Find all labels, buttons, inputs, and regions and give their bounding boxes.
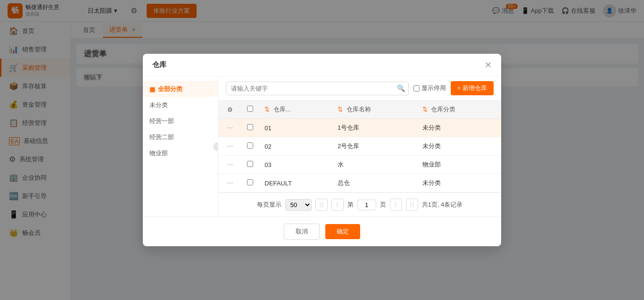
data-table: ⚙ ⇅ 仓库... ⇅ (218, 100, 501, 192)
row-more-button-1[interactable]: ··· (224, 141, 236, 151)
td-code-3: DEFAULT (259, 174, 332, 192)
th-name: ⇅ 仓库名称 (332, 100, 416, 119)
table-row[interactable]: ··· DEFAULT 总仓 未分类 (218, 174, 501, 192)
td-code-0: 01 (259, 119, 332, 137)
category-panel: ▦ 全部分类 未分类 经营一部 经营二部 物业部 《 (143, 76, 218, 217)
search-input-wrap: 🔍 (226, 82, 409, 95)
page-unit: 页 (380, 200, 386, 209)
modal-header: 仓库 ✕ (143, 54, 501, 76)
row-more-button-0[interactable]: ··· (224, 123, 236, 133)
table-body: ··· 01 1号仓库 未分类 ··· 02 2号仓库 未分类 ··· (218, 119, 501, 192)
cat-label-3: 物业部 (149, 150, 168, 157)
table-row[interactable]: ··· 03 水 物业部 (218, 156, 501, 174)
page-input[interactable] (357, 200, 376, 210)
confirm-button[interactable]: 确定 (325, 224, 360, 239)
warehouse-table: ⚙ ⇅ 仓库... ⇅ (218, 100, 501, 192)
gear-table-icon[interactable]: ⚙ (227, 106, 233, 113)
prev-page-button[interactable]: ⟨ (331, 199, 344, 211)
th-code: ⇅ 仓库... (259, 100, 332, 119)
row-more-button-3[interactable]: ··· (224, 178, 236, 188)
td-name-3: 总仓 (332, 174, 416, 192)
cat-label-2: 经营二部 (149, 133, 174, 141)
page-label: 第 (347, 200, 354, 209)
pagination: 每页显示 50 20 100 ⟨⟨ ⟨ 第 页 ⟩ ⟩⟩ 共1页, 4条记录 (218, 192, 501, 217)
total-text: 共1页, 4条记录 (422, 200, 463, 209)
td-code-1: 02 (259, 137, 332, 156)
td-code-2: 03 (259, 156, 332, 174)
th-check (241, 100, 259, 119)
td-name-1: 2号仓库 (332, 137, 416, 156)
modal-close-button[interactable]: ✕ (485, 61, 492, 69)
td-category-3: 未分类 (417, 174, 502, 192)
cancel-button[interactable]: 取消 (284, 224, 320, 240)
modal-footer: 取消 确定 (143, 217, 501, 246)
sort-icon-code: ⇅ (264, 106, 270, 113)
table-toolbar: 🔍 显示停用 + 新增仓库 (218, 76, 501, 100)
table-panel: 🔍 显示停用 + 新增仓库 ⚙ (218, 76, 501, 217)
row-checkbox-1[interactable] (247, 142, 253, 149)
table-row[interactable]: ··· 02 2号仓库 未分类 (218, 137, 501, 156)
td-name-2: 水 (332, 156, 416, 174)
row-more-button-2[interactable]: ··· (224, 159, 236, 169)
per-page-select[interactable]: 50 20 100 (285, 199, 312, 211)
td-check-3 (241, 174, 259, 192)
td-actions-1: ··· (218, 137, 241, 156)
td-check-2 (241, 156, 259, 174)
row-checkbox-3[interactable] (247, 179, 253, 185)
last-page-button[interactable]: ⟩⟩ (406, 199, 418, 211)
select-all-checkbox[interactable] (247, 106, 253, 112)
td-name-0: 1号仓库 (332, 119, 416, 137)
th-category: ⇅ 仓库分类 (417, 100, 502, 119)
td-check-0 (241, 119, 259, 137)
td-category-1: 未分类 (417, 137, 502, 156)
show-disabled-label: 显示停用 (421, 84, 446, 92)
td-category-0: 未分类 (417, 119, 502, 137)
td-actions-3: ··· (218, 174, 241, 192)
show-disabled-checkbox-label[interactable]: 显示停用 (413, 84, 446, 92)
th-gear: ⚙ (218, 100, 241, 119)
category-all[interactable]: ▦ 全部分类 (143, 81, 218, 97)
category-item-3[interactable]: 物业部 (143, 145, 218, 161)
td-actions-0: ··· (218, 119, 241, 137)
warehouse-search-input[interactable] (226, 82, 409, 95)
category-item-0[interactable]: 未分类 (143, 97, 218, 113)
sort-icon-cat: ⇅ (422, 106, 428, 113)
modal-body: ▦ 全部分类 未分类 经营一部 经营二部 物业部 《 (143, 76, 501, 217)
category-all-label: 全部分类 (158, 85, 182, 93)
td-check-1 (241, 137, 259, 156)
grid-icon: ▦ (149, 86, 155, 93)
modal-title: 仓库 (152, 60, 166, 69)
table-header-row: ⚙ ⇅ 仓库... ⇅ (218, 100, 501, 119)
first-page-button[interactable]: ⟨⟨ (315, 199, 328, 211)
next-page-button[interactable]: ⟩ (390, 199, 402, 211)
sort-icon-name: ⇅ (338, 106, 343, 113)
add-warehouse-button[interactable]: + 新增仓库 (451, 81, 494, 95)
warehouse-modal: 仓库 ✕ ▦ 全部分类 未分类 经营一部 经营二部 (143, 54, 501, 246)
category-item-2[interactable]: 经营二部 (143, 129, 218, 145)
search-icon: 🔍 (397, 84, 405, 92)
td-actions-2: ··· (218, 156, 241, 174)
table-row[interactable]: ··· 01 1号仓库 未分类 (218, 119, 501, 137)
cat-label-1: 经营一部 (149, 117, 174, 125)
row-checkbox-0[interactable] (247, 124, 253, 130)
modal-overlay[interactable]: 仓库 ✕ ▦ 全部分类 未分类 经营一部 经营二部 (0, 0, 644, 300)
cat-label-0: 未分类 (149, 101, 168, 108)
td-category-2: 物业部 (417, 156, 502, 174)
row-checkbox-2[interactable] (247, 161, 253, 167)
category-item-1[interactable]: 经营一部 (143, 113, 218, 129)
show-disabled-checkbox[interactable] (413, 85, 420, 92)
per-page-label: 每页显示 (257, 200, 281, 209)
